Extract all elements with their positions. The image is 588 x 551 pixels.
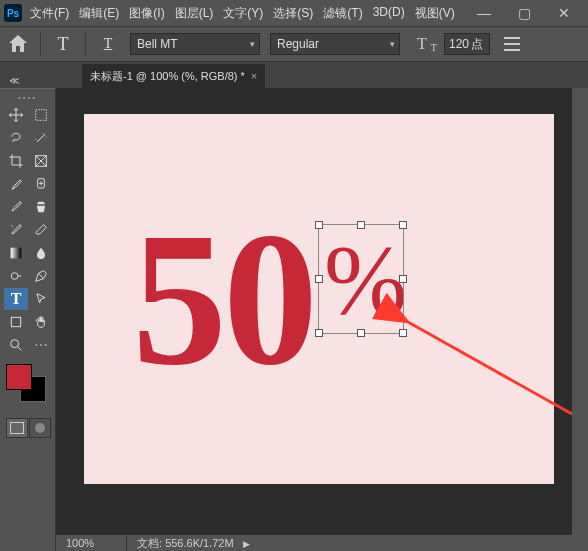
title-bar: Ps 文件(F) 编辑(E) 图像(I) 图层(L) 文字(Y) 选择(S) 滤…	[0, 0, 588, 26]
options-bar: T T Bell MT Regular TT 120 点	[0, 26, 588, 62]
document-tab-title: 未标题-1 @ 100% (%, RGB/8) *	[90, 69, 245, 84]
transform-handle-br[interactable]	[399, 329, 407, 337]
panel-collapse-icon[interactable]: ≪	[6, 72, 22, 88]
type-tool[interactable]: T	[4, 288, 28, 310]
zoom-level[interactable]: 100%	[56, 537, 126, 549]
edit-toolbar-icon[interactable]: ⋯	[29, 334, 53, 356]
annotation-arrow	[402, 314, 588, 316]
gradient-tool[interactable]	[4, 242, 28, 264]
maximize-button[interactable]: ▢	[504, 2, 544, 24]
font-style-value: Regular	[277, 37, 319, 51]
document-canvas[interactable]: 50 %	[84, 114, 554, 484]
menu-view[interactable]: 视图(V)	[415, 5, 455, 22]
svg-rect-5	[11, 317, 20, 326]
text-orientation-icon[interactable]: T	[96, 32, 120, 56]
quick-mask-controls	[4, 418, 51, 438]
transform-handle-tr[interactable]	[399, 221, 407, 229]
transform-handle-tl[interactable]	[315, 221, 323, 229]
close-button[interactable]: ✕	[544, 2, 584, 24]
window-controls: — ▢ ✕	[464, 2, 584, 24]
text-tool-indicator-icon[interactable]: T	[51, 32, 75, 56]
document-tab[interactable]: 未标题-1 @ 100% (%, RGB/8) * ×	[82, 64, 265, 88]
toolbox: •••• T ⋯	[0, 88, 56, 551]
healing-brush-tool[interactable]	[29, 173, 53, 195]
vertical-scrollbar[interactable]	[572, 88, 588, 551]
menu-3d[interactable]: 3D(D)	[373, 5, 405, 22]
hand-tool[interactable]	[29, 311, 53, 333]
svg-line-8	[408, 322, 572, 414]
minimize-button[interactable]: —	[464, 2, 504, 24]
brush-tool[interactable]	[4, 196, 28, 218]
svg-rect-3	[11, 248, 22, 259]
menu-filter[interactable]: 滤镜(T)	[323, 5, 362, 22]
tool-grid: T ⋯	[4, 104, 51, 356]
main-menu: 文件(F) 编辑(E) 图像(I) 图层(L) 文字(Y) 选择(S) 滤镜(T…	[30, 5, 455, 22]
color-swatches[interactable]	[4, 364, 48, 408]
menu-edit[interactable]: 编辑(E)	[79, 5, 119, 22]
zoom-tool[interactable]	[4, 334, 28, 356]
transform-handle-tm[interactable]	[357, 221, 365, 229]
document-tab-strip: ≪ 未标题-1 @ 100% (%, RGB/8) * ×	[0, 62, 588, 88]
canvas-area: 50 %	[56, 88, 588, 551]
transform-bounding-box[interactable]	[318, 224, 404, 334]
lasso-tool[interactable]	[4, 127, 28, 149]
svg-point-4	[11, 273, 18, 280]
docsize-label: 文档:	[137, 537, 162, 549]
path-selection-tool[interactable]	[29, 288, 53, 310]
menu-file[interactable]: 文件(F)	[30, 5, 69, 22]
docsize-value: 556.6K/1.72M	[165, 537, 234, 549]
marquee-tool[interactable]	[29, 104, 53, 126]
transform-handle-bm[interactable]	[357, 329, 365, 337]
transform-handle-ml[interactable]	[315, 275, 323, 283]
font-family-select[interactable]: Bell MT	[130, 33, 260, 55]
close-tab-icon[interactable]: ×	[251, 70, 257, 82]
home-icon[interactable]	[6, 32, 30, 56]
menu-select[interactable]: 选择(S)	[273, 5, 313, 22]
font-style-select[interactable]: Regular	[270, 33, 400, 55]
font-size-icon: TT	[410, 32, 434, 56]
blur-tool[interactable]	[29, 242, 53, 264]
magic-wand-tool[interactable]	[29, 127, 53, 149]
svg-rect-0	[36, 110, 47, 121]
crop-tool[interactable]	[4, 150, 28, 172]
clone-stamp-tool[interactable]	[29, 196, 53, 218]
dodge-tool[interactable]	[4, 265, 28, 287]
app-logo: Ps	[4, 4, 22, 22]
eraser-tool[interactable]	[29, 219, 53, 241]
svg-point-6	[11, 340, 19, 348]
standard-mode-button[interactable]	[6, 418, 28, 438]
transform-handle-mr[interactable]	[399, 275, 407, 283]
menu-image[interactable]: 图像(I)	[129, 5, 164, 22]
font-size-input[interactable]: 120 点	[444, 33, 490, 55]
font-family-value: Bell MT	[137, 37, 178, 51]
status-bar: 100% 文档: 556.6K/1.72M ▶	[56, 535, 588, 551]
move-tool[interactable]	[4, 104, 28, 126]
pen-tool[interactable]	[29, 265, 53, 287]
canvas-text-main[interactable]: 50	[132, 204, 314, 394]
document-size[interactable]: 文档: 556.6K/1.72M ▶	[126, 536, 260, 551]
shape-tool[interactable]	[4, 311, 28, 333]
toolbox-handle[interactable]: ••••	[4, 93, 51, 102]
frame-tool[interactable]	[29, 150, 53, 172]
menu-type[interactable]: 文字(Y)	[223, 5, 263, 22]
eyedropper-tool[interactable]	[4, 173, 28, 195]
quick-mask-button[interactable]	[29, 418, 51, 438]
more-options-icon[interactable]	[500, 32, 524, 56]
foreground-color-swatch[interactable]	[6, 364, 32, 390]
menu-layer[interactable]: 图层(L)	[175, 5, 214, 22]
transform-handle-bl[interactable]	[315, 329, 323, 337]
history-brush-tool[interactable]	[4, 219, 28, 241]
font-size-unit: 点	[471, 36, 483, 53]
options-divider-2	[85, 32, 86, 56]
workspace: •••• T ⋯	[0, 88, 588, 551]
font-size-value: 120	[449, 37, 469, 51]
options-divider	[40, 32, 41, 56]
